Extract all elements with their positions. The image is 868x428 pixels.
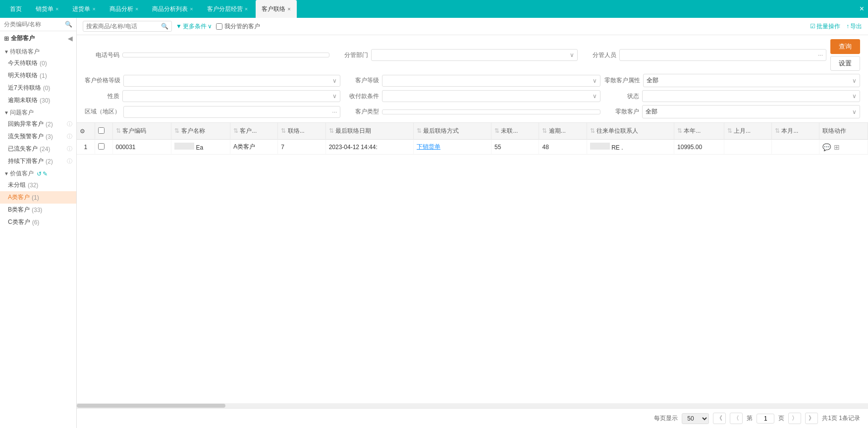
sidebar-item-repurchase-abnormal[interactable]: 回购异常客户 (2) ⓘ	[0, 118, 76, 130]
sidebar-item-tomorrow-pending[interactable]: 明天待联络 (1)	[0, 69, 76, 82]
sidebar-item-today-pending[interactable]: 今天待联络 (0)	[0, 57, 76, 69]
my-customers-checkbox[interactable]	[216, 23, 222, 30]
edit-icon[interactable]: ✎	[43, 170, 48, 177]
first-page-button[interactable]: 《	[713, 413, 726, 424]
nav-home[interactable]: 首页	[4, 0, 28, 18]
nature-input[interactable]: ∨	[122, 90, 340, 102]
query-button[interactable]: 查询	[830, 39, 860, 54]
row-last-contact-date: 2023-04-12 14:44:	[326, 140, 413, 155]
row-contact-count: 7	[278, 140, 326, 155]
filter-row-2: 客户价格等级 ∨ 客户等级 ∨ 零散客户属性 全部 ∨	[85, 74, 860, 87]
scroll-thumb[interactable]	[77, 404, 225, 408]
retail-customer-input[interactable]: 全部 ∨	[642, 105, 860, 118]
filter-row-1: 电话号码 分管部门 ∨ 分管人员 ··· 查询 设置	[85, 39, 860, 71]
data-table-wrapper: ⚙ ⇅ 客户编码 ⇅ 客户名称	[77, 123, 868, 403]
sidebar-item-churned[interactable]: 已流失客户 (24) ⓘ	[0, 143, 76, 155]
export-button[interactable]: ↑ 导出	[846, 22, 862, 31]
phone-input[interactable]	[122, 53, 329, 57]
close-sales-order[interactable]: ×	[55, 6, 58, 12]
sort-icon-5: ⇅	[329, 127, 334, 134]
close-product-analysis[interactable]: ×	[135, 6, 138, 12]
page-number-input[interactable]	[757, 414, 774, 424]
close-window-button[interactable]: ×	[860, 4, 864, 13]
horizontal-scrollbar[interactable]	[77, 403, 868, 408]
all-customers-title[interactable]: ⊞ 全部客户 ◀	[0, 31, 76, 46]
filter-phone: 电话号码	[85, 51, 329, 59]
status-input[interactable]: ∨	[642, 90, 860, 102]
sidebar-item-class-a[interactable]: A类客户 (1)	[0, 191, 76, 204]
sidebar-item-7days-pending[interactable]: 近7天待联络 (0)	[0, 82, 76, 94]
close-customer-tier[interactable]: ×	[245, 6, 248, 12]
triangle-icon: ▼	[4, 49, 9, 54]
row-select-checkbox[interactable]	[98, 143, 105, 150]
last-page-button[interactable]: 》	[805, 413, 818, 424]
close-purchase-order[interactable]: ×	[92, 6, 95, 12]
pagination: 每页显示 50 100 200 《 〈 第 页 〉 》 共1页 1条记录	[77, 408, 868, 428]
nav-customer-tier[interactable]: 客户分层经营 ×	[201, 0, 254, 18]
customer-type-input[interactable]	[382, 109, 600, 114]
group-problem-customers[interactable]: ▼ 问题客户	[0, 107, 76, 118]
more-filters-button[interactable]: ▼ 更多条件 ∨	[176, 22, 212, 31]
col-last-contact-method[interactable]: ⇅ 最后联络方式	[414, 123, 491, 140]
col-contact-count[interactable]: ⇅ 联络...	[278, 123, 326, 140]
contact-method-link[interactable]: 下销货单	[417, 143, 440, 150]
next-page-button[interactable]: 〉	[788, 413, 801, 424]
group-pending-contact[interactable]: ▼ 待联络客户	[0, 46, 76, 57]
dept-input[interactable]: ∨	[371, 49, 578, 61]
nav-customer-contact[interactable]: 客户联络 ×	[256, 0, 296, 18]
refresh-icon[interactable]: ↺	[37, 170, 42, 177]
message-action-icon[interactable]: 💬	[822, 143, 831, 151]
filter-retail-attr: 零散客户属性 全部 ∨	[604, 74, 860, 87]
close-product-analysis-list[interactable]: ×	[190, 6, 193, 12]
region-input[interactable]: ···	[123, 106, 340, 118]
sidebar-item-churn-warning[interactable]: 流失预警客户 (3) ⓘ	[0, 130, 76, 143]
prev-page-button[interactable]: 〈	[730, 413, 743, 424]
sidebar-item-declining[interactable]: 持续下滑客户 (2) ⓘ	[0, 155, 76, 167]
row-last-contact-method: 下销货单	[414, 140, 491, 155]
nav-product-analysis-list[interactable]: 商品分析列表 ×	[146, 0, 199, 18]
row-checkbox	[95, 140, 112, 155]
nav-product-analysis[interactable]: 商品分析 ×	[104, 0, 144, 18]
sort-icon-6: ⇅	[417, 127, 422, 134]
filter-row-4: 区域（地区） ··· 客户类型 零散客户 全部 ∨	[85, 105, 860, 118]
sidebar-item-unclassified[interactable]: 未分组 (32)	[0, 179, 76, 191]
col-customer-code[interactable]: ⇅ 客户编码	[112, 123, 171, 140]
col-this-year[interactable]: ⇅ 本年...	[674, 123, 724, 140]
col-customer-name[interactable]: ⇅ 客户名称	[171, 123, 230, 140]
retail-attr-input[interactable]: 全部 ∨	[643, 74, 860, 87]
sidebar-search-input[interactable]	[4, 21, 65, 28]
nav-purchase-order[interactable]: 进货单 ×	[66, 0, 101, 18]
col-last-month[interactable]: ⇅ 上月...	[724, 123, 771, 140]
triangle-icon-2: ▼	[4, 110, 9, 115]
group-value-customers[interactable]: ▼ 价值客户 ↺ ✎	[0, 167, 76, 179]
price-grade-input[interactable]: ∨	[123, 75, 340, 87]
my-customers-filter[interactable]: 我分管的客户	[216, 22, 260, 31]
sidebar-item-class-b[interactable]: B类客户 (33)	[0, 204, 76, 216]
close-customer-contact[interactable]: ×	[287, 6, 290, 12]
page-size-select[interactable]: 50 100 200	[682, 413, 709, 424]
col-last-contact-date[interactable]: ⇅ 最后联络日期	[326, 123, 413, 140]
qr-action-icon[interactable]: ⊞	[834, 143, 840, 151]
col-checkbox	[95, 123, 112, 140]
customer-grade-input[interactable]: ∨	[382, 75, 600, 87]
toolbar: 🔍 ▼ 更多条件 ∨ 我分管的客户 ☑ 批量操作 ↑ 导出	[77, 18, 868, 35]
col-customer-type[interactable]: ⇅ 客户...	[230, 123, 277, 140]
col-contact-person[interactable]: ⇅ 往来单位联系人	[587, 123, 674, 140]
sidebar-search-container: 🔍	[0, 18, 76, 31]
collapse-sidebar-icon[interactable]: ◀	[68, 35, 72, 42]
search-input[interactable]	[86, 23, 161, 30]
col-settings[interactable]: ⚙	[77, 123, 95, 140]
batch-operation-button[interactable]: ☑ 批量操作	[810, 22, 840, 31]
nav-sales-order[interactable]: 销货单 ×	[30, 0, 64, 18]
col-this-month[interactable]: ⇅ 本月...	[772, 123, 819, 140]
col-overdue[interactable]: ⇅ 逾期...	[539, 123, 587, 140]
sidebar: 🔍 ⊞ 全部客户 ◀ ▼ 待联络客户 今天待联络 (0) 明天待联络 (1) 近…	[0, 18, 77, 428]
settings-button[interactable]: 设置	[830, 56, 860, 71]
select-all-checkbox[interactable]	[98, 127, 105, 134]
sidebar-item-class-c[interactable]: C类客户 (6)	[0, 216, 76, 228]
sort-icon-8: ⇅	[542, 127, 547, 134]
payment-input[interactable]: ∨	[382, 90, 600, 102]
sidebar-item-overdue-contact[interactable]: 逾期未联络 (30)	[0, 94, 76, 107]
col-not-contacted[interactable]: ⇅ 未联...	[491, 123, 539, 140]
person-input[interactable]: ···	[619, 49, 826, 61]
